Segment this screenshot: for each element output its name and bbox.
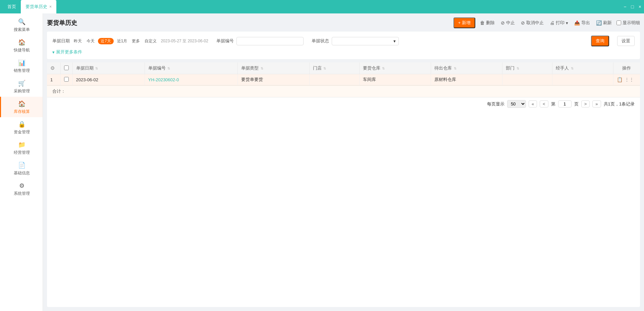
th-doc-no-sort-icon: ⇅ xyxy=(167,66,170,70)
date-option-last7[interactable]: 近7天 xyxy=(98,38,114,44)
display-detail-checkbox[interactable] xyxy=(616,20,621,25)
page-title-bar: 要货单历史 + 新增 🗑 删除 ⊘ 中止 ⊘ 取消中止 🖨 xyxy=(47,17,640,28)
th-doc-no[interactable]: 单据编号 ⇅ xyxy=(145,62,238,74)
page-title: 要货单历史 xyxy=(47,19,77,27)
row-checkbox[interactable] xyxy=(64,77,69,82)
expand-more-button[interactable]: ▾ 展开更多条件 xyxy=(52,49,82,55)
display-detail-toggle[interactable]: 显示明细 xyxy=(616,20,640,26)
sidebar-item-finance-mgmt[interactable]: 🔒 资金管理 xyxy=(0,117,43,138)
th-handler-label: 经手人 xyxy=(556,65,569,71)
th-settings[interactable]: ⚙ xyxy=(47,62,60,74)
refresh-icon: 🔄 xyxy=(596,20,602,26)
window-close-icon[interactable]: × xyxy=(639,4,641,9)
quick-nav-icon: 🏠 xyxy=(18,39,25,46)
th-handler[interactable]: 经手人 ⇅ xyxy=(552,62,613,74)
cell-index: 1 xyxy=(47,74,60,85)
sidebar-item-purchase-mgmt[interactable]: 🛒 采购管理 xyxy=(0,76,43,97)
sidebar-label-finance: 资金管理 xyxy=(14,129,30,135)
docno-filter-label: 单据编号 xyxy=(216,38,234,44)
cell-req-warehouse: 车间库 xyxy=(359,74,431,85)
th-operations-label: 操作 xyxy=(622,65,631,71)
first-page-button[interactable]: « xyxy=(529,100,537,107)
th-store-label: 门店 xyxy=(313,65,322,71)
stop-button[interactable]: ⊘ 中止 xyxy=(499,18,516,27)
th-req-warehouse-label: 要货仓库 xyxy=(363,65,380,71)
cell-doc-no: YH-20230602-0 xyxy=(145,74,238,85)
sidebar-item-quick-nav[interactable]: 🏠 快捷导航 xyxy=(0,35,43,56)
new-button[interactable]: + 新增 xyxy=(453,17,475,28)
column-settings-icon[interactable]: ⚙ xyxy=(50,65,55,71)
page-input[interactable] xyxy=(558,100,572,107)
total-label: 合计： xyxy=(52,88,65,94)
expand-more-icon: ▾ xyxy=(52,50,55,55)
delete-label: 删除 xyxy=(486,20,495,26)
sidebar-item-sales-mgmt[interactable]: 📊 销售管理 xyxy=(0,56,43,76)
page-size-select[interactable]: 20 50 100 200 xyxy=(507,100,526,108)
th-doc-date-label: 单据日期 xyxy=(76,65,94,71)
filter-panel: 单据日期 昨天 今天 近7天 近1月 更多 自定义 2023-05-27 至 2… xyxy=(47,32,640,59)
date-option-yesterday[interactable]: 昨天 xyxy=(72,38,83,44)
sidebar-item-inventory[interactable]: 🏠 库存核算 xyxy=(0,97,43,117)
docstatus-filter-label: 单据状态 xyxy=(312,38,329,44)
prev-page-button[interactable]: < xyxy=(540,100,548,107)
cancel-stop-icon: ⊘ xyxy=(521,20,525,26)
top-bar: 首页 要货单历史 × − □ × xyxy=(0,0,644,13)
sidebar-item-search-menu[interactable]: 🔍 搜索菜单 xyxy=(0,15,43,35)
window-minimize-icon[interactable]: − xyxy=(624,4,626,9)
export-button[interactable]: 📤 导出 xyxy=(573,18,591,27)
window-maximize-icon[interactable]: □ xyxy=(631,4,634,9)
doc-no-link[interactable]: YH-20230602-0 xyxy=(148,77,179,82)
date-option-custom[interactable]: 自定义 xyxy=(143,38,158,44)
sidebar-label-search-menu: 搜索菜单 xyxy=(14,27,30,33)
tab-requisition-history[interactable]: 要货单历史 × xyxy=(21,0,56,13)
select-all-checkbox[interactable] xyxy=(64,65,69,70)
docstatus-select[interactable]: ▾ xyxy=(332,37,399,45)
table-row[interactable]: 1 2023-06-02 YH-20230602-0 要货单要货 车间库 原材料… xyxy=(47,74,640,85)
cancel-stop-button[interactable]: ⊘ 取消中止 xyxy=(520,18,545,27)
th-pending-warehouse[interactable]: 待出仓库 ⇅ xyxy=(431,62,502,74)
th-department-sort-icon: ⇅ xyxy=(517,66,519,70)
date-range-display: 2023-05-27 至 2023-06-02 xyxy=(161,38,208,44)
sidebar-item-ops-mgmt[interactable]: 📁 经营管理 xyxy=(0,138,43,158)
th-doc-no-label: 单据编号 xyxy=(148,65,166,71)
row-edit-icon[interactable]: 📋 xyxy=(617,77,623,82)
total-bar: 合计： xyxy=(47,85,640,97)
cell-pending-warehouse: 原材料仓库 xyxy=(431,74,502,85)
new-button-label: + 新增 xyxy=(458,20,471,26)
th-operations: 操作 xyxy=(613,62,640,74)
query-button[interactable]: 查询 xyxy=(591,36,609,46)
delete-button[interactable]: 🗑 删除 xyxy=(479,18,496,27)
date-option-last1month[interactable]: 近1月 xyxy=(116,38,129,44)
sidebar-item-system-mgmt[interactable]: ⚙ 系统管理 xyxy=(0,179,43,199)
th-department[interactable]: 部门 ⇅ xyxy=(502,62,552,74)
table-wrapper: ⚙ 单据日期 ⇅ 单据编号 ⇅ xyxy=(47,62,640,307)
row-more-icon[interactable]: ⋮⋮ xyxy=(625,77,634,82)
system-icon: ⚙ xyxy=(19,182,24,189)
next-page-button[interactable]: > xyxy=(581,100,590,107)
content-area: 要货单历史 + 新增 🗑 删除 ⊘ 中止 ⊘ 取消中止 🖨 xyxy=(43,13,644,311)
docstatus-filter-group: 单据状态 ▾ xyxy=(312,37,399,45)
refresh-button[interactable]: 🔄 刷新 xyxy=(595,18,613,27)
date-option-today[interactable]: 今天 xyxy=(85,38,96,44)
sidebar-item-basic-info[interactable]: 📄 基础信息 xyxy=(0,158,43,179)
inventory-icon: 🏠 xyxy=(18,100,25,107)
purchase-icon: 🛒 xyxy=(18,80,25,87)
date-option-more[interactable]: 更多 xyxy=(130,38,141,44)
goto-label: 第 xyxy=(551,101,555,107)
th-store[interactable]: 门店 ⇅ xyxy=(309,62,359,74)
sidebar: 🔍 搜索菜单 🏠 快捷导航 📊 销售管理 🛒 采购管理 🏠 库存核算 🔒 资金管… xyxy=(0,13,43,311)
expand-more-label: 展开更多条件 xyxy=(56,49,82,55)
th-doc-date[interactable]: 单据日期 ⇅ xyxy=(72,62,145,74)
th-doc-type[interactable]: 单据类型 ⇅ xyxy=(238,62,309,74)
th-req-warehouse[interactable]: 要货仓库 ⇅ xyxy=(359,62,431,74)
last-page-button[interactable]: » xyxy=(592,100,601,107)
filter-row-1: 单据日期 昨天 今天 近7天 近1月 更多 自定义 2023-05-27 至 2… xyxy=(52,36,635,46)
print-button[interactable]: 🖨 打印 ▾ xyxy=(548,18,570,27)
settings-button[interactable]: 设置 xyxy=(617,36,635,46)
display-detail-label: 显示明细 xyxy=(623,20,640,26)
tab-close-icon[interactable]: × xyxy=(49,0,52,13)
filter-row-expand: ▾ 展开更多条件 xyxy=(52,49,635,55)
tab-home[interactable]: 首页 xyxy=(3,0,21,13)
docno-input[interactable] xyxy=(236,37,304,45)
tab-requisition-label: 要货单历史 xyxy=(25,0,47,13)
